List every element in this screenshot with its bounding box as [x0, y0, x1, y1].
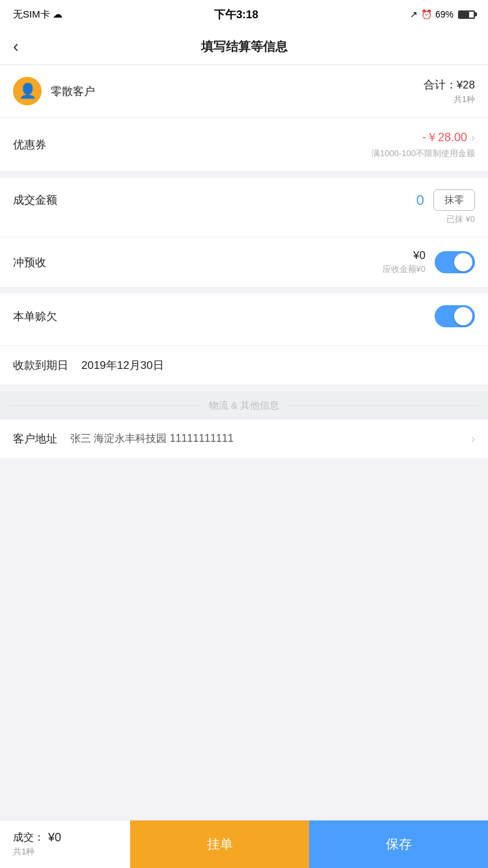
battery-icon [458, 10, 475, 19]
customer-count: 共1种 [424, 94, 475, 105]
alarm-icon: ⏰ [421, 9, 432, 20]
customer-total: 合计：¥28 [424, 77, 475, 92]
bottom-deal-row: 成交： ¥0 [13, 831, 117, 845]
customer-left: 👤 零散客户 [13, 77, 95, 105]
debt-row: 本单赊欠 [0, 293, 488, 339]
logistics-label: 物流 & 其他信息 [209, 400, 279, 412]
address-chevron-icon: › [471, 432, 475, 446]
bottom-deal-label: 成交： [13, 831, 44, 845]
debt-toggle[interactable] [435, 305, 475, 327]
address-row[interactable]: 客户地址 张三 海淀永丰科技园 11111111111 › [0, 420, 488, 458]
sim-status: 无SIM卡 ☁ [13, 8, 62, 21]
deal-value: 0 [416, 192, 424, 209]
coupon-right: -￥28.00 › 满1000-100不限制使用金额 [372, 129, 475, 159]
coupon-desc: 满1000-100不限制使用金额 [372, 148, 475, 159]
prereceive-row: 冲预收 ¥0 应收金额¥0 [0, 237, 488, 287]
customer-right: 合计：¥28 共1种 [424, 77, 475, 105]
due-date-value: 2019年12月30日 [81, 358, 164, 373]
deal-right: 0 抹零 [416, 189, 475, 211]
deal-sub-text: 已抹 ¥0 [13, 213, 475, 225]
deal-label: 成交金额 [13, 193, 57, 208]
save-button[interactable]: 保存 [309, 821, 488, 868]
debt-label: 本单赊欠 [13, 309, 57, 324]
divider-line-right [288, 405, 479, 406]
customer-row: 👤 零散客户 合计：¥28 共1种 [0, 65, 488, 117]
bottom-buttons: 挂单 保存 [130, 821, 488, 868]
customer-avatar: 👤 [13, 77, 42, 105]
due-date-label: 收款到期日 [13, 358, 68, 373]
address-section: 客户地址 张三 海淀永丰科技园 11111111111 › [0, 420, 488, 458]
address-label: 客户地址 [13, 431, 57, 446]
location-icon: ↗ [410, 9, 418, 20]
back-button[interactable]: ‹ [13, 36, 19, 57]
bottom-info: 成交： ¥0 共1种 [0, 831, 130, 858]
avatar-icon: 👤 [19, 83, 36, 100]
nav-bar: ‹ 填写结算等信息 [0, 29, 488, 65]
status-bar: 无SIM卡 ☁ 下午3:18 ↗ ⏰ 69% [0, 0, 488, 29]
page-title: 填写结算等信息 [201, 38, 288, 55]
deal-section: 成交金额 0 抹零 已抹 ¥0 冲预收 ¥0 应收金额¥0 [0, 178, 488, 287]
status-right: ↗ ⏰ 69% [410, 9, 475, 20]
toggle-circle [454, 253, 472, 271]
status-left: 无SIM卡 ☁ [13, 8, 62, 21]
coupon-label: 优惠券 [13, 137, 46, 152]
coupon-row[interactable]: 优惠券 -￥28.00 › 满1000-100不限制使用金额 [0, 117, 488, 171]
coupon-chevron-icon: › [471, 131, 475, 144]
customer-section: 👤 零散客户 合计：¥28 共1种 优惠券 -￥28.00 › 满1000-10… [0, 65, 488, 171]
debt-section: 本单赊欠 收款到期日 2019年12月30日 [0, 293, 488, 385]
empty-area [0, 465, 488, 640]
prereceive-sub-amount: 应收金额¥0 [383, 264, 426, 275]
divider-line-left [9, 405, 200, 406]
battery-percent: 69% [435, 9, 454, 20]
status-time: 下午3:18 [214, 7, 258, 22]
coupon-amount: -￥28.00 [422, 129, 467, 145]
prereceive-right: ¥0 应收金额¥0 [383, 249, 475, 275]
bottom-bar: 成交： ¥0 共1种 挂单 保存 [0, 820, 488, 868]
logistics-divider: 物流 & 其他信息 [0, 391, 488, 420]
deal-amount-row: 成交金额 0 抹零 已抹 ¥0 [0, 178, 488, 237]
prereceive-amounts: ¥0 应收金额¥0 [383, 249, 426, 275]
prereceive-main-amount: ¥0 [383, 249, 426, 262]
coupon-right-inner: -￥28.00 › [422, 129, 475, 145]
debt-toggle-circle [454, 307, 472, 325]
bottom-count: 共1种 [13, 846, 117, 858]
bottom-deal-value: ¥0 [48, 831, 61, 845]
deal-row: 成交金额 0 抹零 [13, 189, 475, 211]
prereceive-toggle[interactable] [435, 251, 475, 273]
hold-order-button[interactable]: 挂单 [130, 821, 309, 868]
prereceive-label: 冲预收 [13, 255, 46, 270]
address-value: 张三 海淀永丰科技园 11111111111 [70, 432, 471, 446]
customer-name: 零散客户 [51, 84, 95, 99]
round-zero-button[interactable]: 抹零 [433, 189, 475, 211]
due-date-row: 收款到期日 2019年12月30日 [0, 346, 488, 385]
